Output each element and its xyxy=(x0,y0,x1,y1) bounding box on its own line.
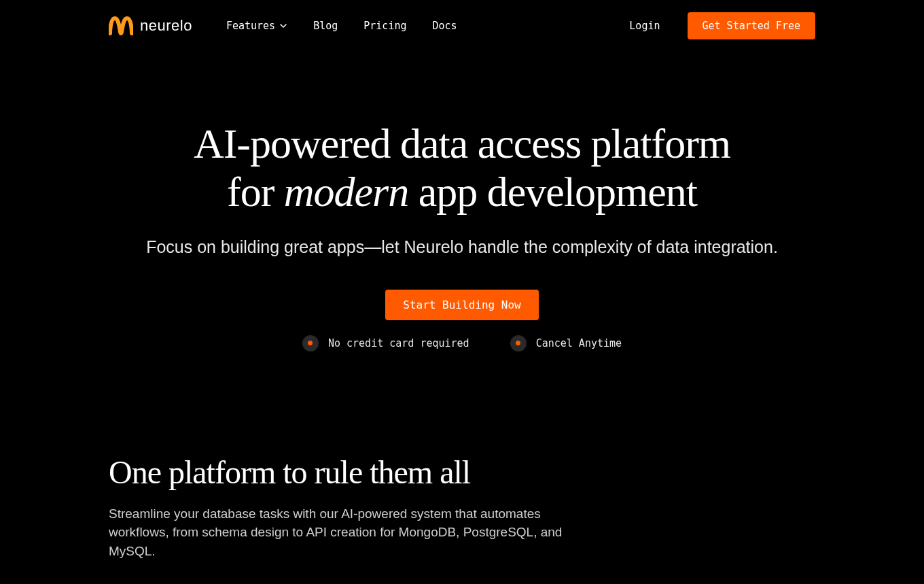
hero-title-after: app development xyxy=(408,169,697,215)
platform-title: One platform to rule them all xyxy=(109,453,815,491)
site-header: neurelo Features Blog Pricing Docs Login… xyxy=(0,0,924,52)
nav-features-label: Features xyxy=(226,20,275,32)
hero-subtitle: Focus on building great apps—let Neurelo… xyxy=(109,237,815,257)
platform-section: One platform to rule them all Streamline… xyxy=(0,351,924,584)
hero-bullet-text: Cancel Anytime xyxy=(536,337,622,349)
get-started-button[interactable]: Get Started Free xyxy=(688,12,816,39)
nav-features[interactable]: Features xyxy=(226,20,287,32)
login-link[interactable]: Login xyxy=(629,20,660,32)
hero-title: AI-powered data access platform for mode… xyxy=(109,120,815,217)
chevron-down-icon xyxy=(279,22,287,30)
main-nav: Features Blog Pricing Docs xyxy=(226,20,457,32)
brand-logo[interactable]: neurelo xyxy=(109,16,192,36)
nav-pricing[interactable]: Pricing xyxy=(363,20,406,32)
bullet-dot-icon xyxy=(510,335,527,351)
hero-section: AI-powered data access platform for mode… xyxy=(0,52,924,351)
hero-bullet: Cancel Anytime xyxy=(510,335,622,351)
hero-bullet-text: No credit card required xyxy=(328,337,469,349)
hero-bullet: No credit card required xyxy=(302,335,469,351)
start-building-button[interactable]: Start Building Now xyxy=(385,290,538,320)
platform-subtitle: Streamline your database tasks with our … xyxy=(109,504,598,561)
nav-docs[interactable]: Docs xyxy=(432,20,457,32)
nav-blog[interactable]: Blog xyxy=(313,20,338,32)
bullet-dot-icon xyxy=(302,335,319,351)
brand-name: neurelo xyxy=(140,17,192,35)
hero-title-line1: AI-powered data access platform xyxy=(194,120,730,167)
neurelo-mark-icon xyxy=(109,16,133,36)
hero-bullets: No credit card required Cancel Anytime xyxy=(109,335,815,351)
hero-title-for: for xyxy=(227,169,284,215)
hero-title-modern: modern xyxy=(284,169,408,215)
